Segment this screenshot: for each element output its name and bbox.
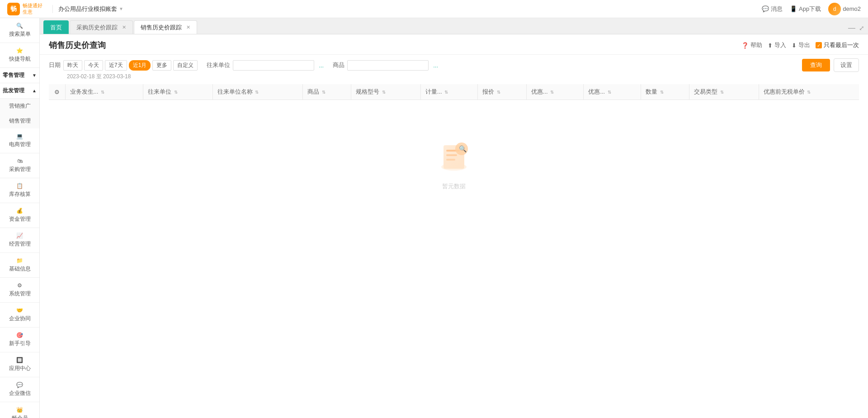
- collab-icon: 🤝: [16, 307, 23, 314]
- wechat-icon: 💬: [16, 382, 23, 388]
- page-title: 销售历史价查询: [49, 40, 106, 51]
- table-header-counter-party-name[interactable]: 往来单位名称 ⇅: [212, 84, 302, 100]
- date-btn-7days[interactable]: 近7天: [105, 60, 127, 71]
- date-btn-more[interactable]: 更多: [152, 60, 171, 71]
- sidebar-item-membership[interactable]: 👑 畅会员: [0, 402, 39, 418]
- date-range-display: 2023-02-18 至 2023-03-18: [67, 73, 131, 80]
- close-purchase-history-tab[interactable]: ✕: [122, 24, 126, 30]
- counter-party-more-icon[interactable]: ...: [319, 62, 324, 69]
- sidebar-item-finance[interactable]: 💰 资金管理: [0, 203, 39, 228]
- table-header-goods[interactable]: 商品 ⇅: [303, 84, 351, 100]
- table-header-trade-type[interactable]: 交易类型 ⇅: [689, 84, 759, 100]
- table-header-pre-tax-price[interactable]: 优惠前无税单价 ⇅: [759, 84, 859, 100]
- table-header-settings[interactable]: ⚙: [49, 84, 65, 100]
- table-header-spec[interactable]: 规格型号 ⇅: [351, 84, 420, 100]
- export-btn[interactable]: ⬇ 导出: [792, 41, 810, 49]
- logo-area: 畅 畅捷通好生意: [7, 3, 45, 15]
- sidebar-item-sales-mgmt[interactable]: 销售管理: [0, 114, 39, 128]
- only-last-checkbox[interactable]: 只看最后一次: [816, 41, 859, 49]
- svg-rect-5: [446, 159, 455, 161]
- app-center-icon: 🔲: [16, 357, 23, 363]
- sidebar-item-basic-info[interactable]: 📁 基础信息: [0, 253, 39, 278]
- minimize-icon[interactable]: —: [848, 24, 855, 32]
- goods-input[interactable]: [347, 60, 429, 71]
- table-header-discount2[interactable]: 优惠... ⇅: [584, 84, 641, 100]
- goods-label: 商品: [333, 61, 344, 69]
- table-header-quantity[interactable]: 数量 ⇅: [641, 84, 689, 100]
- svg-text:🔍: 🔍: [459, 145, 467, 153]
- guide-icon: 🎯: [16, 332, 23, 338]
- user-profile[interactable]: d demo2: [828, 3, 861, 15]
- sort-icon-counter-party: ⇅: [174, 90, 178, 95]
- sort-icon-discount1: ⇅: [550, 90, 554, 95]
- download-btn[interactable]: 📱 App下载: [790, 5, 821, 13]
- date-btn-today[interactable]: 今天: [84, 60, 103, 71]
- app-selector-label: 办公用品行业模拟账套: [58, 5, 117, 13]
- empty-text: 暂元数据: [442, 182, 466, 190]
- empty-icon: 🔍: [434, 136, 474, 177]
- table-header-discount1[interactable]: 优惠... ⇅: [526, 84, 584, 100]
- date-btn-1month[interactable]: 近1月: [129, 60, 151, 71]
- sidebar-item-app-center[interactable]: 🔲 应用中心: [0, 352, 39, 377]
- star-icon: ⭐: [16, 48, 23, 54]
- sidebar-item-operations[interactable]: 📈 经营管理: [0, 228, 39, 253]
- app-selector[interactable]: 办公用品行业模拟账套 ▼: [52, 5, 123, 13]
- topbar-right: 💬 消息 📱 App下载 d demo2: [762, 3, 861, 15]
- filter-row: 日期 昨天 今天 近7天 近1月 更多 自定义 往来单位: [49, 58, 859, 72]
- data-table: ⚙ 业务发生... ⇅ 往来单位 ⇅ 往来单位名称: [49, 84, 859, 100]
- sort-icon-spec: ⇅: [382, 90, 386, 95]
- goods-more-icon[interactable]: ...: [433, 62, 438, 69]
- counter-party-label: 往来单位: [207, 61, 230, 69]
- table-settings-icon[interactable]: ⚙: [54, 89, 60, 95]
- sidebar-item-purchase-mgmt[interactable]: 🛍 采购管理: [0, 153, 39, 178]
- sidebar-item-quick-nav[interactable]: ⭐ 快捷导航: [0, 43, 39, 68]
- chevron-down-icon: ▼: [119, 6, 123, 11]
- sort-icon-counter-party-name: ⇅: [255, 90, 259, 95]
- table-header-biz-date[interactable]: 业务发生... ⇅: [65, 84, 143, 100]
- sidebar-item-wholesale-mgmt[interactable]: 批发管理 ▲: [0, 83, 39, 99]
- settings-button[interactable]: 设置: [834, 58, 859, 72]
- filter-section: 日期 昨天 今天 近7天 近1月 更多 自定义 往来单位: [40, 55, 868, 84]
- sidebar-item-retail-mgmt[interactable]: 零售管理 ▼: [0, 68, 39, 83]
- query-button[interactable]: 查询: [802, 59, 830, 71]
- maximize-icon[interactable]: ⤢: [859, 24, 864, 32]
- sidebar-item-system-mgmt[interactable]: ⚙ 系统管理: [0, 278, 39, 303]
- inventory-icon: 📋: [16, 183, 23, 189]
- page-header: 销售历史价查询 ❓ 帮助 ⬆ 导入 ⬇ 导出: [40, 34, 868, 55]
- system-icon: ⚙: [17, 282, 22, 289]
- sidebar-item-ecom-mgmt[interactable]: 💻 电商管理: [0, 128, 39, 153]
- tabbar: 首页 采购历史价跟踪 ✕ 销售历史价跟踪 ✕ — ⤢: [40, 18, 868, 34]
- table-header-unit[interactable]: 计量... ⇅: [420, 84, 478, 100]
- search-icon: 🔍: [16, 23, 23, 29]
- sort-icon-unit: ⇅: [444, 90, 448, 95]
- tab-sales-history[interactable]: 销售历史价跟踪 ✕: [134, 20, 197, 34]
- main-layout: 🔍 搜索菜单 ⭐ 快捷导航 零售管理 ▼ 批发管理 ▲ 营销推广 销售管理 💻 …: [0, 18, 868, 418]
- sidebar-item-inventory[interactable]: 📋 库存核算: [0, 178, 39, 203]
- tab-purchase-history[interactable]: 采购历史价跟踪 ✕: [70, 20, 133, 34]
- date-label: 日期: [49, 61, 61, 69]
- sidebar-item-search-menu[interactable]: 🔍 搜索菜单: [0, 18, 39, 43]
- message-btn[interactable]: 💬 消息: [762, 5, 783, 13]
- counter-party-input[interactable]: [233, 60, 314, 71]
- date-btn-yesterday[interactable]: 昨天: [63, 60, 82, 71]
- table-header-quoted-price[interactable]: 报价 ⇅: [478, 84, 526, 100]
- topbar-left: 畅 畅捷通好生意 办公用品行业模拟账套 ▼: [7, 3, 123, 15]
- purchase-icon: 🛍: [17, 158, 23, 164]
- avatar: d: [828, 3, 841, 15]
- tab-purchase-history-label: 采购历史价跟踪: [76, 24, 118, 32]
- date-btn-custom[interactable]: 自定义: [173, 60, 198, 71]
- sort-icon-quoted-price: ⇅: [497, 90, 500, 95]
- tab-home[interactable]: 首页: [43, 20, 69, 34]
- table-header-counter-party[interactable]: 往来单位 ⇅: [143, 84, 212, 100]
- import-btn[interactable]: ⬆ 导入: [768, 41, 786, 49]
- sidebar-item-enterprise-collab[interactable]: 🤝 企业协同: [0, 303, 39, 328]
- close-sales-history-tab[interactable]: ✕: [186, 24, 190, 30]
- sidebar-item-marketing[interactable]: 营销推广: [0, 99, 39, 114]
- table-header-row: ⚙ 业务发生... ⇅ 往来单位 ⇅ 往来单位名称: [49, 84, 859, 100]
- sidebar-item-new-guide[interactable]: 🎯 新手引导: [0, 328, 39, 352]
- sidebar: 🔍 搜索菜单 ⭐ 快捷导航 零售管理 ▼ 批发管理 ▲ 营销推广 销售管理 💻 …: [0, 18, 40, 418]
- sidebar-item-enterprise-wechat[interactable]: 💬 企业微信: [0, 377, 39, 402]
- chevron-up-icon: ▲: [32, 88, 37, 93]
- date-filter: 日期 昨天 今天 近7天 近1月 更多 自定义: [49, 60, 198, 71]
- help-btn[interactable]: ❓ 帮助: [741, 41, 762, 49]
